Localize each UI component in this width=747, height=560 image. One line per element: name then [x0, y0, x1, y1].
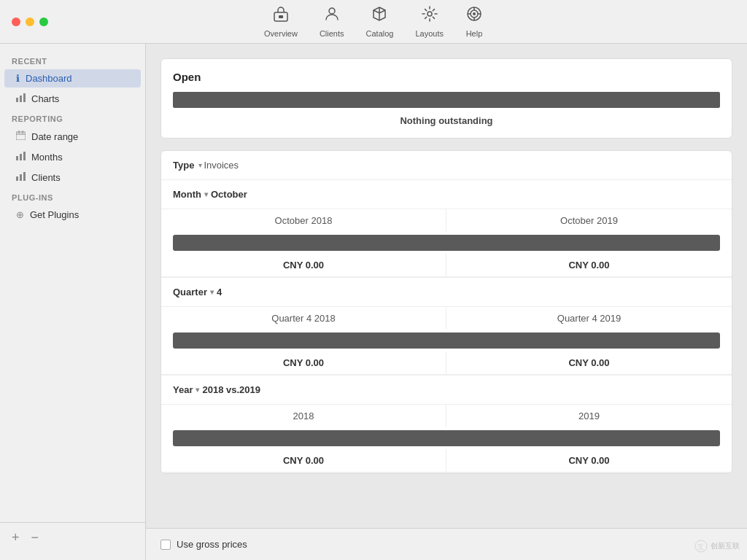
watermark: 互 创新互联	[694, 540, 740, 553]
add-button[interactable]: +	[12, 530, 20, 545]
quarter-chevron-icon: ▾	[210, 288, 214, 296]
layouts-icon	[421, 5, 438, 27]
open-progress-bar	[173, 92, 720, 108]
quarter-year-labels: Quarter 4 2018 Quarter 4 2019	[161, 307, 732, 330]
quarter-section: Quarter ▾ 4 Quarter 4 2018 Quarter 4 201…	[161, 278, 732, 376]
year-col2-label: 2019	[446, 405, 732, 427]
sidebar: RECENT ℹ Dashboard Charts REPORTING Date…	[0, 44, 146, 560]
nav-label-overview: Overview	[264, 29, 298, 38]
window-controls	[12, 18, 48, 26]
year-data-bar	[173, 430, 720, 446]
main-nav: Overview Clients Catalog	[264, 5, 483, 38]
svg-point-6	[473, 12, 476, 15]
month-value[interactable]: October	[211, 189, 247, 200]
close-button[interactable]	[12, 18, 20, 26]
svg-rect-1	[279, 15, 283, 18]
year-year-labels: 2018 2019	[161, 405, 732, 427]
quarter-value[interactable]: 4	[217, 287, 222, 298]
year-label: Year	[173, 384, 193, 395]
remove-button[interactable]: −	[31, 530, 39, 545]
gross-prices-label: Use gross prices	[177, 539, 247, 550]
titlebar: Overview Clients Catalog	[0, 0, 747, 44]
watermark-text: 创新互联	[711, 541, 740, 551]
month-chevron-icon: ▾	[204, 190, 208, 198]
year-value[interactable]: 2018 vs.2019	[202, 384, 260, 395]
add-plugin-icon: ⊕	[16, 209, 24, 220]
sidebar-item-dashboard[interactable]: ℹ Dashboard	[4, 69, 141, 88]
nav-item-overview[interactable]: Overview	[264, 5, 298, 38]
info-icon: ℹ	[16, 73, 20, 84]
month-col1-label: October 2018	[161, 209, 446, 232]
year-col1-label: 2018	[161, 405, 446, 427]
quarter-header: Quarter ▾ 4	[161, 278, 732, 307]
svg-rect-20	[23, 152, 26, 160]
footer: Use gross prices	[146, 528, 747, 560]
sidebar-item-clients[interactable]: Clients	[4, 168, 141, 187]
year-bar-row	[161, 427, 732, 449]
nav-label-help: Help	[466, 29, 483, 38]
nav-item-layouts[interactable]: Layouts	[415, 5, 444, 38]
clients-sidebar-icon	[16, 171, 26, 183]
date-range-icon	[16, 131, 26, 142]
minimize-button[interactable]	[26, 18, 34, 26]
open-bar	[173, 92, 720, 108]
sidebar-bottom: + −	[0, 522, 145, 553]
month-data-bar	[173, 235, 720, 251]
clients-icon	[323, 5, 341, 27]
svg-rect-19	[20, 154, 22, 160]
sidebar-item-get-plugins[interactable]: ⊕ Get Plugins	[4, 206, 141, 224]
month-header: Month ▾ October	[161, 180, 732, 209]
type-dropdown[interactable]: ▾ Invoices	[198, 160, 239, 171]
year-amount-col2: CNY 0.00	[446, 449, 732, 472]
month-amount-col2: CNY 0.00	[446, 254, 732, 276]
svg-point-2	[329, 8, 335, 14]
open-section: Open Nothing outstanding	[161, 59, 732, 138]
nav-item-help[interactable]: Help	[465, 5, 483, 38]
gross-prices-checkbox[interactable]	[160, 540, 171, 550]
quarter-amount-col2: CNY 0.00	[446, 351, 732, 374]
year-header: Year ▾ 2018 vs.2019	[161, 376, 732, 405]
svg-rect-18	[16, 156, 18, 160]
main-layout: RECENT ℹ Dashboard Charts REPORTING Date…	[0, 44, 747, 560]
year-section: Year ▾ 2018 vs.2019 2018 2019 CNY 0.00 C…	[161, 376, 732, 473]
svg-rect-14	[16, 132, 26, 140]
quarter-amount-row: CNY 0.00 CNY 0.00	[161, 351, 732, 375]
quarter-data-bar	[173, 332, 720, 349]
sidebar-item-label-get-plugins: Get Plugins	[30, 209, 79, 220]
sidebar-item-label-clients: Clients	[31, 172, 61, 183]
sidebar-item-label-date-range: Date range	[31, 131, 78, 142]
nothing-outstanding: Nothing outstanding	[173, 115, 720, 126]
nav-label-catalog: Catalog	[366, 29, 394, 38]
maximize-button[interactable]	[39, 18, 48, 26]
type-row: Type ▾ Invoices	[161, 151, 732, 180]
chevron-icon: ▾	[198, 161, 202, 169]
sidebar-item-label-charts: Charts	[31, 93, 59, 104]
quarter-bar-row	[161, 330, 732, 351]
charts-icon	[16, 93, 26, 104]
svg-rect-21	[16, 176, 18, 181]
section-label-reporting: REPORTING	[0, 109, 145, 126]
open-title: Open	[173, 71, 720, 83]
month-section: Month ▾ October October 2018 October 201…	[161, 180, 732, 278]
section-label-recent: RECENT	[0, 51, 145, 69]
sidebar-item-label-dashboard: Dashboard	[26, 73, 72, 84]
nav-label-layouts: Layouts	[415, 29, 444, 38]
section-label-plugins: PLUG-INS	[0, 187, 145, 205]
svg-rect-12	[20, 96, 22, 102]
sidebar-item-months[interactable]: Months	[4, 147, 141, 166]
open-card: Open Nothing outstanding	[160, 58, 732, 139]
sidebar-item-date-range[interactable]: Date range	[4, 127, 141, 146]
month-amount-col1: CNY 0.00	[161, 254, 446, 276]
nav-label-clients: Clients	[320, 29, 344, 38]
overview-icon	[272, 5, 290, 27]
month-bar-row	[161, 232, 732, 254]
catalog-icon	[371, 5, 388, 27]
quarter-label: Quarter	[173, 287, 207, 298]
sidebar-item-charts[interactable]: Charts	[4, 89, 141, 108]
nav-item-catalog[interactable]: Catalog	[366, 5, 394, 38]
quarter-col2-label: Quarter 4 2019	[446, 307, 732, 330]
quarter-amount-col1: CNY 0.00	[161, 351, 446, 374]
help-icon	[465, 5, 483, 27]
nav-item-clients[interactable]: Clients	[320, 5, 344, 38]
year-amount-col1: CNY 0.00	[161, 449, 446, 472]
